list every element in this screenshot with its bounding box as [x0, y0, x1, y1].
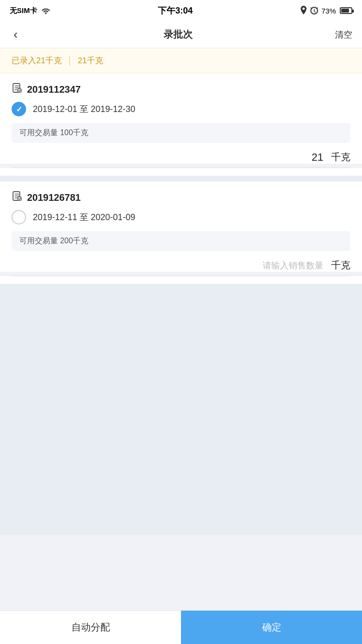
auto-distribute-button[interactable]: 自动分配 — [0, 611, 181, 644]
qty-unit-2: 千克 — [331, 259, 350, 272]
summary-banner: 已录入21千克 21千克 — [0, 48, 362, 73]
alarm-icon — [310, 6, 319, 16]
status-time: 下午3:04 — [158, 5, 193, 16]
bottom-bar: 自动分配 确定 — [0, 610, 362, 644]
item-id-2: 2019126781 — [27, 192, 81, 203]
section-divider — [0, 176, 362, 182]
qty-placeholder-2[interactable]: 请输入销售数量 — [263, 260, 323, 271]
item-row-date-1: 2019-12-01 至 2019-12-30 — [12, 102, 350, 116]
radio-2[interactable] — [12, 210, 26, 224]
document-icon-2 — [12, 191, 22, 204]
battery-icon — [340, 7, 352, 14]
item-card-1: 2019112347 2019-12-01 至 2019-12-30 可用交易量… — [0, 73, 362, 143]
item-header-2: 2019126781 — [12, 191, 350, 204]
radio-1[interactable] — [12, 102, 26, 116]
page-title: 录批次 — [164, 28, 193, 41]
date-range-1: 2019-12-01 至 2019-12-30 — [33, 103, 135, 115]
card-bottom-space-1 — [0, 168, 362, 176]
card-bottom-space-2 — [0, 276, 362, 284]
sim-text: 无SIM卡 — [10, 6, 37, 15]
item-row-date-2: 2019-12-11 至 2020-01-09 — [12, 210, 350, 224]
item-header-1: 2019112347 — [12, 83, 350, 96]
status-bar: 无SIM卡 下午3:04 73% — [0, 0, 362, 21]
battery-percent: 73% — [321, 7, 336, 15]
qty-unit-1: 千克 — [331, 151, 350, 164]
svg-rect-4 — [18, 197, 21, 200]
available-qty-2: 可用交易量 200千克 — [12, 231, 350, 251]
summary-label: 已录入21千克 — [12, 55, 62, 66]
location-icon — [300, 6, 307, 16]
document-icon-1 — [12, 83, 22, 96]
nav-bar: ‹ 录批次 清空 — [0, 21, 362, 48]
item-id-1: 2019112347 — [27, 84, 81, 95]
summary-value: 21千克 — [78, 55, 103, 66]
available-qty-1: 可用交易量 100千克 — [12, 123, 350, 143]
qty-value-1[interactable]: 21 — [312, 151, 323, 164]
bottom-area — [0, 284, 362, 535]
wifi-icon — [41, 6, 51, 15]
status-left: 无SIM卡 — [10, 6, 51, 15]
input-row-2[interactable]: 请输入销售数量 千克 — [0, 251, 362, 272]
svg-rect-2 — [18, 89, 21, 92]
status-right: 73% — [300, 6, 352, 16]
date-range-2: 2019-12-11 至 2020-01-09 — [33, 211, 135, 223]
confirm-button[interactable]: 确定 — [181, 611, 362, 644]
item-card-2: 2019126781 2019-12-11 至 2020-01-09 可用交易量… — [0, 182, 362, 251]
summary-divider — [70, 56, 70, 66]
back-button[interactable]: ‹ — [10, 23, 22, 46]
qty-row-1: 21 千克 — [0, 143, 362, 164]
clear-button[interactable]: 清空 — [335, 29, 352, 41]
